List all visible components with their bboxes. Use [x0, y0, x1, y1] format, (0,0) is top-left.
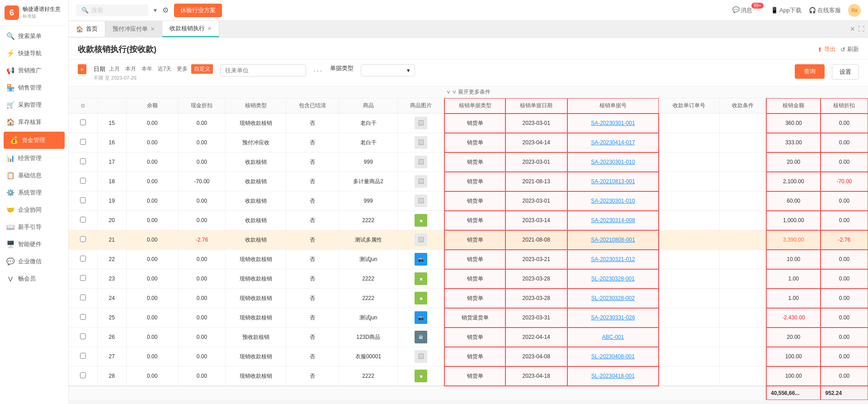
bill-no-link[interactable]: SL-20230328-002 [591, 295, 635, 301]
row-checkbox[interactable] [80, 275, 86, 281]
td-bill-no[interactable]: SA-20230301-001 [567, 114, 659, 133]
filter-expand-button[interactable]: » [78, 64, 86, 74]
td-bill-no[interactable]: SA-20230314-008 [567, 211, 659, 230]
td-checkbox[interactable] [69, 230, 98, 250]
td-bill-no[interactable]: SA-20230414-017 [567, 133, 659, 152]
tab-home[interactable]: 🏠 首页 [69, 21, 105, 37]
th-settings[interactable]: ⚙ [69, 98, 98, 114]
td-bill-no[interactable]: SA-20210813-001 [567, 172, 659, 191]
date-7days-btn[interactable]: 近7天 [156, 64, 174, 74]
row-checkbox[interactable] [80, 236, 86, 242]
sidebar-item-inventory[interactable]: 🏠 库存核算 [0, 114, 68, 131]
row-checkbox[interactable] [80, 295, 86, 300]
row-checkbox[interactable] [80, 256, 86, 261]
bill-no-link[interactable]: SL-20230408-001 [591, 353, 635, 360]
tab-prepay-writeoff[interactable]: 预付冲应付单 ✕ [105, 21, 162, 37]
date-prev-month-btn[interactable]: 上月 [107, 64, 122, 74]
bill-no-link[interactable]: SL-20230418-001 [591, 373, 635, 379]
td-checkbox[interactable] [69, 114, 98, 133]
sidebar-item-purchase[interactable]: 🛒 采购管理 [0, 96, 68, 114]
date-this-year-btn[interactable]: 本年 [140, 64, 154, 74]
td-bill-no[interactable]: SA-20230301-010 [567, 152, 659, 172]
td-bill-no[interactable]: SL-20230408-001 [567, 347, 659, 366]
tab-maximize-button[interactable]: ⛶ [858, 25, 864, 33]
setting-button[interactable]: 设置 [832, 64, 859, 80]
bill-no-link[interactable]: SA-20230331-026 [591, 314, 635, 321]
td-bill-no[interactable]: SL-20230328-002 [567, 289, 659, 308]
sidebar-item-search[interactable]: 🔍 搜索菜单 [0, 28, 68, 45]
bill-no-link[interactable]: SA-20230414-017 [591, 139, 635, 146]
row-checkbox[interactable] [80, 314, 86, 320]
td-checkbox[interactable] [69, 191, 98, 211]
bill-no-link[interactable]: ABC-001 [602, 334, 624, 340]
td-bill-no[interactable]: ABC-001 [567, 328, 659, 347]
bill-no-link[interactable]: SA-20230301-001 [591, 120, 635, 126]
td-bill-no[interactable]: SL-20230328-001 [567, 269, 659, 289]
topbar-dropdown[interactable]: ▾ [154, 7, 157, 14]
bill-no-link[interactable]: SA-20210813-001 [591, 178, 635, 185]
td-bill-no[interactable]: SA-20230301-010 [567, 191, 659, 211]
bill-no-link[interactable]: SA-20230321-012 [591, 256, 635, 262]
sidebar-item-system[interactable]: ⚙️ 系统管理 [0, 184, 68, 201]
online-service-link[interactable]: 🎧 在线客服 [809, 6, 841, 14]
date-this-month-btn[interactable]: 本月 [123, 64, 138, 74]
sidebar-item-guide[interactable]: 📖 新手引导 [0, 219, 68, 236]
row-checkbox[interactable] [80, 217, 86, 223]
row-checkbox[interactable] [80, 119, 86, 125]
td-checkbox[interactable] [69, 152, 98, 172]
sidebar-item-smart-hw[interactable]: 🖥️ 智能硬件 [0, 236, 68, 253]
sidebar-item-base-info[interactable]: 📋 基础信息 [0, 167, 68, 184]
tab-prepay-close-icon[interactable]: ✕ [151, 26, 155, 32]
sidebar-item-enterprise[interactable]: 🤝 企业协同 [0, 201, 68, 219]
td-checkbox[interactable] [69, 172, 98, 191]
td-bill-no[interactable]: SL-20230418-001 [567, 366, 659, 386]
bill-type-select[interactable]: ▾ [361, 64, 415, 76]
td-checkbox[interactable] [69, 269, 98, 289]
bill-no-link[interactable]: SA-20230301-010 [591, 159, 635, 165]
td-checkbox[interactable] [69, 289, 98, 308]
export-button[interactable]: ⬆ 导出 [817, 45, 836, 53]
td-bill-no[interactable]: SA-20230321-012 [567, 250, 659, 269]
date-more-btn[interactable]: 更多 [175, 64, 189, 74]
bill-no-link[interactable]: SA-20230301-010 [591, 198, 635, 204]
td-checkbox[interactable] [69, 133, 98, 152]
row-checkbox[interactable] [80, 333, 86, 339]
bill-no-link[interactable]: SA-20210808-001 [591, 237, 635, 243]
td-bill-no[interactable]: SA-20230331-026 [567, 308, 659, 328]
td-checkbox[interactable] [69, 328, 98, 347]
expand-more-bar[interactable]: ∨ ∨ 展开更多条件 [69, 86, 868, 98]
message-button[interactable]: 💬 消息 99+ [732, 6, 764, 14]
sidebar-item-marketing[interactable]: 📢 营销推广 [0, 62, 68, 79]
partner-input[interactable] [220, 64, 306, 76]
industry-solution-button[interactable]: 休验行业方案 [174, 4, 222, 17]
sidebar-item-sales[interactable]: 🏪 销售管理 [0, 79, 68, 96]
column-settings-icon[interactable]: ⚙ [80, 103, 85, 109]
topbar-gear-icon[interactable]: ⚙ [162, 6, 169, 14]
td-bill-no[interactable]: SA-20210808-001 [567, 230, 659, 250]
bill-no-link[interactable]: SL-20230328-001 [591, 276, 635, 282]
sidebar-item-quick-nav[interactable]: ⚡ 快捷导航 [0, 45, 68, 62]
app-download-link[interactable]: 📱 App下载 [771, 6, 802, 14]
td-checkbox[interactable] [69, 250, 98, 269]
td-checkbox[interactable] [69, 366, 98, 386]
tab-close-button[interactable]: ✕ [850, 25, 855, 33]
sidebar-item-wechat[interactable]: 💬 企业微信 [0, 253, 68, 270]
row-checkbox[interactable] [80, 158, 86, 164]
refresh-button[interactable]: ↺ 刷新 [840, 45, 859, 53]
bill-no-link[interactable]: SA-20230314-008 [591, 217, 635, 223]
tab-receipt-close-icon[interactable]: ✕ [208, 26, 212, 32]
td-checkbox[interactable] [69, 211, 98, 230]
query-button[interactable]: 查询 [795, 64, 825, 79]
td-checkbox[interactable] [69, 347, 98, 366]
row-checkbox[interactable] [80, 372, 86, 378]
row-checkbox[interactable] [80, 197, 86, 203]
row-checkbox[interactable] [80, 139, 86, 145]
sidebar-item-finance[interactable]: 💰 资金管理 [4, 132, 65, 149]
user-avatar[interactable]: Rit [848, 4, 861, 17]
date-custom-btn[interactable]: 自定义 [191, 64, 213, 74]
tab-receipt-writeoff[interactable]: 收款核销执行 ✕ [162, 21, 219, 37]
sidebar-item-operation[interactable]: 📊 经营管理 [0, 150, 68, 167]
row-checkbox[interactable] [80, 178, 86, 184]
sidebar-item-member[interactable]: V 畅会员 [0, 270, 68, 287]
row-checkbox[interactable] [80, 353, 86, 359]
